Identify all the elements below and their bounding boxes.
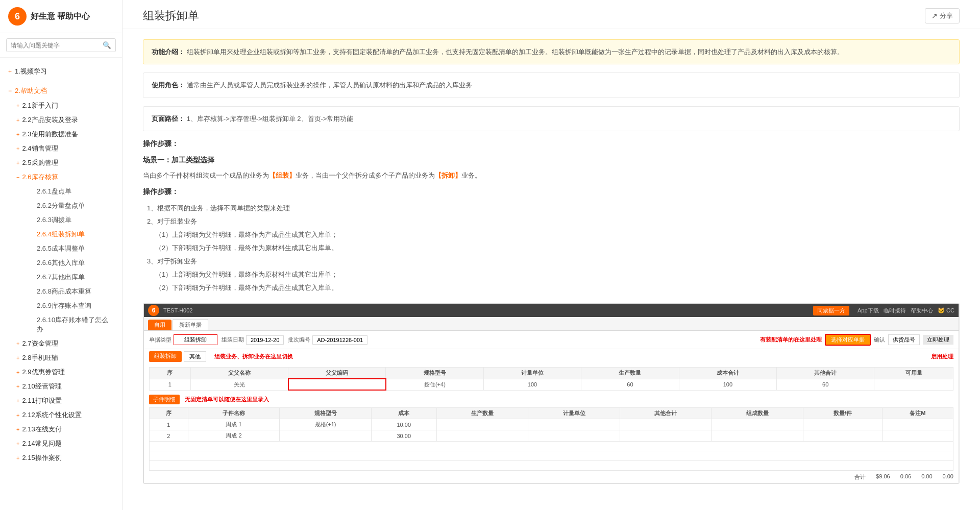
mock-confirm-btn: 选择对应单据 [825, 334, 871, 346]
mock-order-value: AD-20191226-001 [312, 335, 368, 345]
op-steps-title: 操作步骤： [143, 139, 960, 149]
step2-sub1: （1）上部明细为父件明细，最终作为产成品生成其它入库单； [143, 228, 960, 241]
step3: 3、对于拆卸业务 [143, 255, 960, 268]
page-title: 组装拆卸单 [143, 8, 199, 23]
step3-sub2: （2）下部明细为子件明细，最终作为产成品生成其它入库单。 [143, 281, 960, 295]
plus-icon-newbie: + [16, 103, 19, 109]
mock-sub-row-1: 1 周成 1 规格(+1) 10.00 [150, 419, 953, 430]
sidebar-item-faq[interactable]: + 2.14常见问题 [8, 436, 122, 451]
sidebar-item-outbound[interactable]: 2.6.7其他出库单 [24, 270, 122, 284]
mock-annotation1-area: 有装配清单的在这里处理 选择对应单据 确认 供货品号 立即处理 [760, 334, 953, 346]
sidebar-item-adjust[interactable]: 2.6.3调拨单 [24, 213, 122, 227]
sidebar-item-newbie[interactable]: + 2.1新手入门 [8, 99, 122, 113]
function-intro-text: 组装拆卸单用来处理企业组装或拆卸等加工业务，支持有固定装配清单的产品加工业务，也… [187, 48, 844, 56]
mock-highlight-cell [288, 379, 386, 390]
sidebar-item-error[interactable]: 2.6.10库存账本错了怎么办 [24, 313, 122, 336]
search-box: 🔍 [6, 38, 116, 52]
path-box: 页面路径： 1、库存核算->库存管理->组装拆卸单 2、首页->常用功能 [143, 106, 960, 131]
nav-section-video: + 1.视频学习 [0, 62, 122, 81]
main-content: 组装拆卸单 ↗ 分享 功能介绍： 组装拆卸单用来处理企业组装或拆卸等加工业务，支… [122, 0, 980, 510]
main-header: 组装拆卸单 ↗ 分享 [122, 0, 980, 29]
col-parent-code: 父父编码 [288, 368, 386, 379]
sidebar-item-query[interactable]: 2.6.9库存账本查询 [24, 299, 122, 313]
logo-title: 好生意 帮助中心 [31, 11, 90, 22]
share-icon: ↗ [932, 12, 938, 20]
step3-sub1: （1）上部明细为父件明细，最终作为原材料生成其它出库单； [143, 268, 960, 281]
col-other: 其他合计 [777, 368, 874, 379]
mock-screenshot: 6 TEST-H002 同票据一方 App下载 临时接待 帮助中心 🐱 CC 自… [143, 303, 959, 483]
sidebar-item-pay[interactable]: + 2.13在线支付 [8, 422, 122, 436]
sidebar-item-split[interactable]: 2.6.2分量盘点单 [24, 199, 122, 213]
sidebar-item-install[interactable]: + 2.2产品安装及登录 [8, 113, 122, 127]
nav-section-docs: − 2.帮助文档 + 2.1新手入门 + 2.2产品安装及登录 + 2.3使用前… [0, 81, 122, 467]
sidebar-item-coupon[interactable]: + 2.9优惠券管理 [8, 365, 122, 379]
highlight-assemble: 【组装】 [269, 172, 296, 179]
mock-main-row: 1 关光 按住(+4) 100 60 100 60 [150, 379, 953, 390]
col-cost: 成本合计 [679, 368, 776, 379]
plus-icon-cases: + [16, 455, 19, 461]
col-parent-name: 父父名称 [190, 368, 288, 379]
sidebar-item-goodscost[interactable]: 2.6.8商品成本重算 [24, 284, 122, 299]
nav-tree: + 1.视频学习 − 2.帮助文档 + 2.1新手入门 + 2.2产品安装及登录 [0, 58, 122, 510]
sidebar-item-sales[interactable]: + 2.4销售管理 [8, 141, 122, 156]
sidebar-item-mobile[interactable]: + 2.8手机旺辅 [8, 351, 122, 365]
step2-sub2: （2）下部明细为子件明细，最终作为原材料生成其它出库单。 [143, 241, 960, 255]
mock-tab-new: 新新单据 [173, 319, 208, 330]
step2: 2、对于组装业务 [143, 215, 960, 228]
search-area: 🔍 [0, 33, 122, 58]
plus-icon-sales: + [16, 145, 19, 152]
scenario1-title: 场景一：加工类型选择 [143, 156, 960, 165]
sidebar-item-print[interactable]: + 2.11打印设置 [8, 394, 122, 408]
mock-date-value: 2019-12-20 [246, 335, 284, 345]
mock-store-id: TEST-H002 [163, 307, 192, 313]
mock-sub-header: 子件明细 无固定清单可以随便在这里里录入 [149, 395, 953, 404]
sidebar-item-finance[interactable]: + 2.7资金管理 [8, 336, 122, 351]
mock-main-table: 序 父父名称 父父编码 规格型号 计量单位 生产数量 成本合计 其他合计 可用量 [149, 367, 953, 391]
mock-sub-row-5 [150, 461, 953, 471]
sidebar-item-cases[interactable]: + 2.15操作案例 [8, 451, 122, 465]
sidebar-item-stocktake[interactable]: 2.6.1盘点单 [24, 184, 122, 199]
step1: 1、根据不同的业务，选择不同单据的类型来处理 [143, 202, 960, 215]
sidebar-item-inbound[interactable]: 2.6.6其他入库单 [24, 256, 122, 270]
plus-icon-purchase: + [16, 160, 19, 166]
mock-tabs-row: 自用 新新单据 [144, 317, 959, 331]
mock-app-links: App下载 临时接待 帮助中心 🐱 CC [857, 307, 954, 314]
sidebar-item-video[interactable]: + 1.视频学习 [0, 64, 122, 79]
plus-icon-data: + [16, 131, 19, 137]
search-button[interactable]: 🔍 [99, 39, 115, 52]
mock-sub-table-area: 子件明细 无固定清单可以随便在这里里录入 序 子件名称 规格型号 成本 生产数量… [144, 393, 959, 483]
mock-order-label: 批次编号 [288, 336, 310, 344]
mock-form-bar: 单据类型 组装拆卸 组装日期 2019-12-20 批次编号 AD-201912… [144, 331, 959, 349]
sidebar-item-assemble[interactable]: 2.6.4组装拆卸单 [24, 227, 122, 241]
share-button[interactable]: ↗ 分享 [925, 8, 960, 23]
role-text: 通常由生产人员或库管人员完成拆装业务的操作，库管人员确认原材料的出库和产成品的入… [187, 81, 472, 89]
mock-type-tabs: 组装拆卸 其他 [149, 351, 206, 362]
sidebar-item-purchase[interactable]: + 2.5采购管理 [8, 156, 122, 170]
plus-icon-custom: + [16, 412, 19, 418]
mock-order-field: 批次编号 AD-20191226-001 [288, 335, 368, 345]
logo-icon: 6 [8, 7, 27, 26]
plus-icon-ops: + [16, 383, 19, 390]
sidebar-item-cost[interactable]: 2.6.5成本调整单 [24, 241, 122, 256]
minus-icon-inventory: − [16, 174, 19, 180]
sidebar-item-ops[interactable]: + 2.10经营管理 [8, 379, 122, 394]
mock-other-tab: 其他 [184, 351, 206, 362]
mock-type-field: 单据类型 组装拆卸 [149, 334, 217, 345]
plus-icon-coupon: + [16, 369, 19, 375]
sidebar-item-data[interactable]: + 2.3使用前数据准备 [8, 127, 122, 141]
path-label: 页面路径： [152, 115, 185, 123]
annotation4-text: 无固定清单可以随便在这里里录入 [185, 396, 269, 403]
mock-sub-row-4 [150, 451, 953, 461]
function-intro-box: 功能介绍： 组装拆卸单用来处理企业组装或拆卸等加工业务，支持有固定装配清单的产品… [143, 39, 960, 64]
inventory-sub-items: 2.6.1盘点单 2.6.2分量盘点单 2.6.3调拨单 2.6.4组装拆卸单 … [8, 184, 122, 336]
sidebar-item-inventory[interactable]: − 2.6库存核算 [8, 170, 122, 184]
search-input[interactable] [7, 39, 99, 52]
path-text: 1、库存核算->库存管理->组装拆卸单 2、首页->常用功能 [187, 115, 354, 123]
plus-icon-finance: + [16, 341, 19, 347]
sidebar-item-docs[interactable]: − 2.帮助文档 [0, 83, 122, 99]
sidebar-item-custom[interactable]: + 2.12系统个性化设置 [8, 408, 122, 422]
docs-sub-items: + 2.1新手入门 + 2.2产品安装及登录 + 2.3使用前数据准备 + 2.… [0, 99, 122, 465]
mock-date-field: 组装日期 2019-12-20 [222, 335, 284, 345]
role-label: 使用角色： [152, 81, 185, 89]
mock-date-label: 组装日期 [222, 336, 244, 344]
